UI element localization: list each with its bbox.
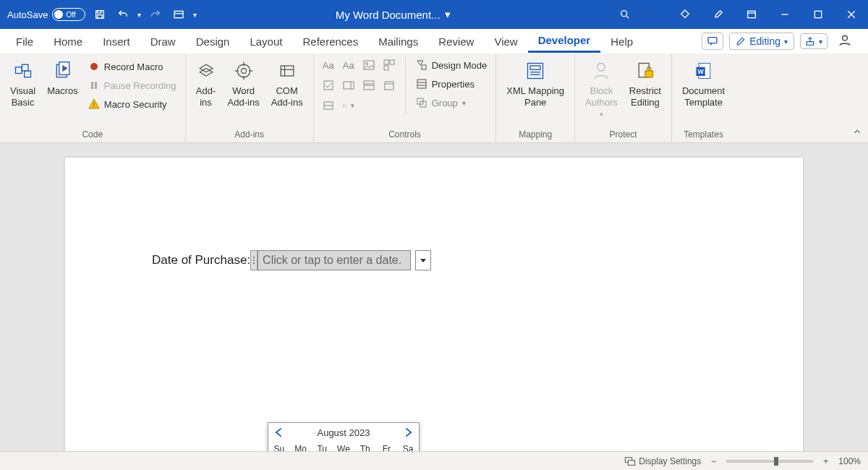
zoom-slider[interactable] [726,460,813,463]
tab-review[interactable]: Review [428,31,484,52]
document-page[interactable]: Date of Purchase: Click or tap to enter … [65,158,803,451]
statusbar: Display Settings − + 100% [0,451,868,470]
combobox-control-icon[interactable] [340,77,357,94]
plain-text-control-icon[interactable]: Aa [340,56,357,74]
addins-button[interactable]: Add- ins [192,56,221,111]
calendar-day-header: Mo [290,442,312,451]
share-button[interactable]: ▾ [800,33,827,49]
group-button[interactable]: Group ▾ [413,94,490,111]
account-icon[interactable] [833,33,856,50]
undo-icon[interactable] [114,6,132,23]
svg-rect-2 [98,15,103,19]
zoom-out-button[interactable]: − [708,456,719,466]
svg-line-6 [626,16,629,18]
com-addins-button[interactable]: COM Add-ins [267,56,307,111]
block-authors-button[interactable]: Block Authors▾ [581,56,622,121]
word-addins-icon [234,59,254,82]
ribbon: Visual Basic Macros Record Macro Pause R… [0,54,868,143]
calendar-title[interactable]: August 2023 [317,427,370,438]
tab-file[interactable]: File [6,31,43,52]
svg-rect-3 [174,11,183,17]
svg-rect-48 [385,82,393,90]
restrict-editing-button[interactable]: Restrict Editing [625,56,665,111]
search-icon[interactable] [616,6,634,23]
tab-layout[interactable]: Layout [239,31,292,52]
calendar-day-header: Th [354,442,376,451]
collapse-ribbon-icon[interactable] [852,127,862,140]
tab-developer[interactable]: Developer [528,30,601,53]
properties-button[interactable]: Properties [413,75,490,93]
date-content-control[interactable]: Click or tap to enter a date. [258,250,411,270]
title-chevron-icon[interactable]: ▾ [445,8,451,21]
close-icon[interactable] [835,0,868,29]
macros-button[interactable]: Macros [43,56,82,100]
autosave-toggle[interactable]: AutoSave Off [7,8,85,21]
calendar-next-icon[interactable] [401,426,414,439]
comments-button[interactable] [702,33,723,50]
calendar-prev-icon[interactable] [273,426,286,439]
document-title[interactable]: My Word Document... [336,9,441,21]
dropdown-control-icon[interactable] [360,77,378,94]
brush-icon[interactable] [702,0,735,29]
svg-rect-46 [364,81,374,84]
diamond-icon[interactable] [668,0,702,29]
content-control-handle[interactable] [250,250,258,270]
rich-text-control-icon[interactable]: Aa [320,56,337,74]
tab-view[interactable]: View [484,31,527,52]
group-label: Mapping [502,128,569,141]
document-template-button[interactable]: WDocument Template [678,56,729,111]
pause-recording-button: Pause Recording [85,77,179,94]
tab-draw[interactable]: Draw [140,31,186,52]
legacy-tools-icon[interactable]: ▾ [340,97,357,114]
zoom-in-button[interactable]: + [820,456,831,466]
svg-rect-44 [344,82,354,89]
group-label: Add-ins [192,128,307,141]
calendar-day-header: Sa [397,442,419,451]
svg-point-29 [237,64,250,77]
group-templates: WDocument Template Templates [672,54,735,142]
editing-mode-button[interactable]: Editing▾ [729,33,794,50]
svg-rect-42 [384,66,388,70]
xml-mapping-icon [525,59,545,82]
picture-control-icon[interactable] [360,56,378,74]
xml-mapping-button[interactable]: XML Mapping Pane [502,56,569,111]
repeating-control-icon[interactable] [320,97,337,114]
block-authors-icon [591,59,611,82]
restrict-editing-icon [635,59,655,82]
calendar-day-header: Fr [376,442,398,451]
titlebar: AutoSave Off ▾ ▾ My Word Document... ▾ [0,0,868,29]
redo-icon[interactable] [147,6,164,23]
word-addins-button[interactable]: Word Add-ins [224,56,264,111]
tab-design[interactable]: Design [186,31,240,52]
calendar-day-header: We [333,442,354,451]
calendar-popup: August 2023 SuMoTuWeThFrSa 3031123456789… [268,422,420,451]
svg-marker-53 [417,61,423,65]
visual-basic-button[interactable]: Visual Basic [6,56,40,111]
building-block-control-icon[interactable] [380,56,398,74]
macro-security-button[interactable]: !Macro Security [85,95,179,113]
record-macro-button[interactable]: Record Macro [85,58,179,75]
undo-more-icon[interactable]: ▾ [137,11,141,19]
save-icon[interactable] [91,6,109,23]
qat-custom-icon[interactable] [170,6,187,23]
tab-insert[interactable]: Insert [93,31,140,52]
svg-rect-35 [281,66,294,76]
group-protect: Block Authors▾ Restrict Editing Protect [575,54,672,142]
tab-mailings[interactable]: Mailings [368,31,428,52]
minimize-icon[interactable] [768,0,801,29]
date-picker-dropdown-button[interactable] [415,250,431,270]
tab-home[interactable]: Home [43,31,93,52]
tab-references[interactable]: References [292,31,368,52]
checkbox-control-icon[interactable] [320,77,337,94]
group-label: Code [6,128,179,141]
zoom-level[interactable]: 100% [838,456,861,466]
date-control-icon[interactable] [380,77,398,94]
display-settings-button[interactable]: Display Settings [624,456,701,466]
design-mode-button[interactable]: Design Mode [413,56,490,74]
svg-point-22 [90,63,98,70]
ribbon-display-icon[interactable] [735,0,768,29]
maximize-icon[interactable] [801,0,835,29]
document-template-icon: W [694,59,714,82]
qat-more-icon[interactable]: ▾ [193,11,197,19]
tab-help[interactable]: Help [600,31,643,52]
